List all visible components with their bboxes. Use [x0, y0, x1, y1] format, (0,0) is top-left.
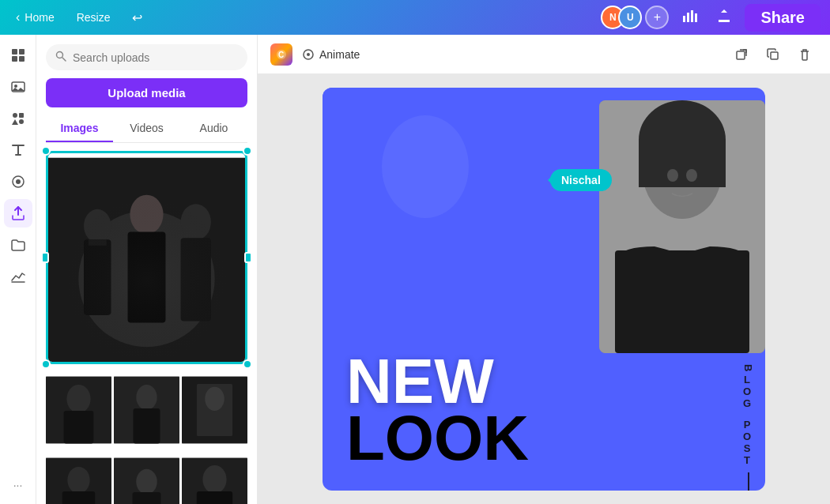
home-button[interactable]: ‹ Home [9, 7, 61, 28]
grid-img-svg-5 [114, 456, 179, 504]
selection-handle-tr[interactable] [243, 146, 252, 156]
svg-rect-5 [19, 49, 25, 55]
svg-point-14 [16, 179, 21, 184]
undo-button[interactable]: ↩ [126, 7, 149, 28]
sidebar-item-templates[interactable] [4, 41, 32, 70]
top-bar-right: N U + Share [601, 4, 821, 32]
svg-point-58 [667, 169, 678, 182]
analytics-icon [681, 8, 697, 24]
photos-icon [10, 79, 26, 95]
svg-text:C: C [278, 51, 284, 59]
grid-image-6[interactable] [182, 456, 247, 504]
selection-handle-br[interactable] [243, 359, 252, 369]
resize-button[interactable]: Resize [70, 8, 117, 27]
selection-handle-tl[interactable] [41, 146, 51, 156]
grid-image-3[interactable] [182, 374, 247, 446]
featured-image-svg [48, 153, 245, 364]
svg-rect-50 [771, 52, 778, 59]
icon-sidebar: ··· [0, 35, 36, 504]
duplicate-button[interactable] [760, 42, 786, 67]
sidebar-item-photos[interactable] [4, 73, 32, 101]
sidebar-item-text[interactable] [4, 136, 32, 164]
canva-logo: C [270, 43, 292, 66]
analytics-button[interactable] [675, 5, 704, 31]
svg-point-48 [307, 53, 310, 56]
uploads-icon [10, 205, 26, 221]
animate-button[interactable]: Animate [302, 48, 360, 61]
featured-image-container [46, 151, 247, 364]
grid-image-1[interactable] [46, 374, 111, 446]
image-grid-row-2 [46, 456, 247, 504]
svg-rect-56 [639, 140, 726, 187]
add-person-button[interactable]: + [645, 6, 669, 29]
design-card[interactable]: NEW LOOK [323, 88, 765, 491]
avatar-user2: U [618, 6, 642, 29]
sidebar-item-elements[interactable] [4, 104, 32, 133]
delete-button[interactable] [792, 42, 817, 67]
tab-videos[interactable]: Videos [113, 115, 180, 142]
sidebar-item-uploads[interactable] [4, 199, 32, 228]
upload-media-button[interactable]: Upload media [46, 78, 247, 107]
search-input[interactable] [73, 51, 238, 64]
svg-rect-11 [19, 113, 24, 118]
new-tab-icon [735, 48, 748, 61]
sidebar-item-charts[interactable] [4, 262, 32, 291]
svg-rect-32 [134, 408, 160, 443]
sidebar-item-brand[interactable] [4, 167, 32, 196]
blog-post-text: B L O G P O S T [742, 364, 754, 491]
grid-img-svg-4 [46, 456, 111, 504]
grid-image-5[interactable] [114, 456, 179, 504]
grid-img-svg-2 [114, 374, 179, 446]
grid-img-svg-6 [182, 456, 247, 504]
selection-handle-ml[interactable] [41, 252, 49, 263]
svg-point-37 [67, 467, 89, 494]
animate-icon [302, 48, 315, 61]
grid-image-4[interactable] [46, 456, 111, 504]
svg-rect-12 [19, 119, 24, 124]
title-look: LOOK [346, 410, 568, 467]
svg-rect-7 [19, 56, 25, 62]
vertical-line [748, 472, 749, 491]
search-box[interactable] [46, 44, 247, 70]
sidebar-item-folders[interactable] [4, 231, 32, 259]
portrait-left-svg [323, 88, 560, 348]
open-new-tab-button[interactable] [729, 42, 754, 67]
tab-images[interactable]: Images [46, 115, 113, 142]
text-icon [10, 142, 26, 158]
svg-rect-49 [737, 51, 745, 59]
svg-point-43 [202, 465, 226, 494]
svg-point-40 [136, 469, 157, 495]
top-bar: ‹ Home Resize ↩ N U + [0, 0, 830, 35]
design-text-block: NEW LOOK [346, 353, 568, 467]
upload-panel: Upload media Images Videos Audio [36, 35, 258, 504]
svg-rect-4 [12, 49, 17, 55]
sidebar-more[interactable]: ··· [13, 479, 23, 498]
grid-image-2[interactable] [114, 374, 179, 446]
selection-handle-bl[interactable] [41, 359, 51, 369]
tab-audio[interactable]: Audio [180, 115, 247, 142]
share-button[interactable]: Share [745, 4, 821, 32]
svg-point-52 [382, 115, 469, 218]
svg-rect-41 [133, 492, 161, 504]
svg-rect-44 [197, 491, 232, 504]
publish-button[interactable] [710, 5, 738, 31]
grid-img-svg-3 [182, 374, 247, 446]
search-icon [55, 51, 66, 64]
design-left: NEW LOOK [323, 88, 591, 491]
portrait-left [323, 88, 560, 348]
canvas-toolbar-right [729, 42, 817, 67]
main-layout: ··· Upload media Images Videos Audio [0, 35, 830, 504]
featured-image[interactable] [46, 151, 247, 364]
portrait-photo [599, 100, 765, 353]
media-tabs: Images Videos Audio [46, 115, 247, 143]
design-right: B L O G P O S T [591, 88, 765, 491]
image-grid-row-1 [46, 374, 247, 446]
svg-point-35 [205, 387, 224, 411]
selection-handle-mr[interactable] [244, 252, 252, 263]
canvas-toolbar: C Animate [258, 35, 830, 74]
templates-icon [10, 47, 26, 63]
grid-img-svg-1 [46, 374, 111, 446]
svg-rect-38 [62, 491, 96, 504]
svg-point-31 [136, 385, 157, 410]
search-svg [55, 51, 66, 62]
